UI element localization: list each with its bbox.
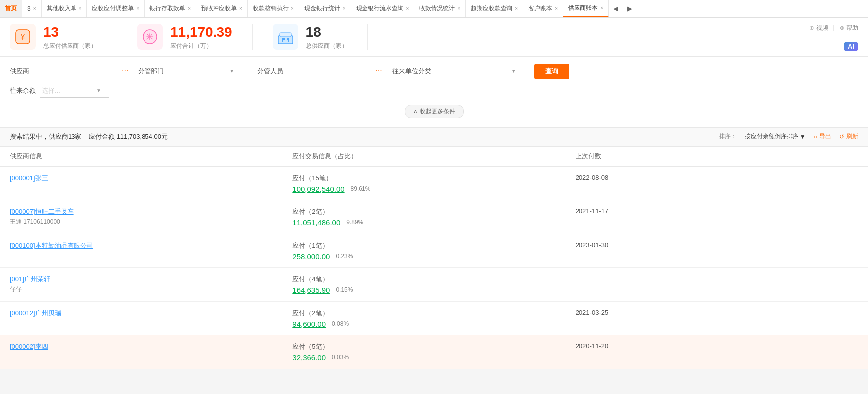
nav-tab-overdue-close[interactable]: × [515,6,518,11]
filter-group-balance: 往来余额 选择... ▼ [10,84,109,98]
trans-percent-3: 0.15% [336,286,353,293]
supplier-input[interactable] [33,66,121,77]
collapse-label: 收起更多条件 [420,107,455,116]
nav-tab-cashstat-close[interactable]: × [343,6,346,11]
trans-label-1: 应付（2笔） [292,207,575,216]
stat-all-suppliers: 18 总供应商（家） [273,24,368,50]
balance-chevron-icon: ▼ [96,88,107,93]
nav-tab-cashflow-close[interactable]: × [406,6,409,11]
nav-tab-verify-close[interactable]: × [291,6,294,11]
trans-amount-1[interactable]: 11,051,486.00 [292,218,340,227]
table-row: [000007]恒旺二手叉车 王通 17106110000 应付（2笔） 11,… [0,200,868,234]
results-summary: 搜索结果中，供应商13家 应付金额 111,703,854.00元 [10,132,168,141]
last-pay-4: 2021-03-25 [576,309,858,316]
supplier-sub-1: 王通 17106110000 [10,218,292,226]
stat-icon-total: 米 [137,24,163,50]
nav-tab-3-label: 3 [27,5,31,12]
results-actions: 排序： 按应付余额倒序排序 ▼ ○ 导出 ↺ 刷新 [719,132,858,141]
supplier-info-0: [000001]张三 [10,174,292,184]
nav-tab-custbook[interactable]: 客户账本 × [523,0,563,17]
collapse-button[interactable]: ∧ 收起更多条件 [405,105,464,118]
trans-info-1: 应付（2笔） 11,051,486.00 9.89% [292,207,575,227]
stats-help-area: ⊙ 视频 | ⊙ 帮助 [809,24,858,32]
last-pay-1: 2021-11-17 [576,207,858,215]
category-select[interactable]: ▼ [435,66,524,76]
ai-badge[interactable]: Ai [844,42,858,51]
nav-tab-home[interactable]: 首页 [0,0,22,17]
stat-number-total: 11,170.39 [170,24,232,41]
dept-filter-label: 分管部门 [138,67,164,76]
results-bar: 搜索结果中，供应商13家 应付金额 111,703,854.00元 排序： 按应… [0,128,868,147]
supplier-link-0[interactable]: [000001]张三 [10,174,292,183]
supplier-link-2[interactable]: [000100]本特勤油品有限公司 [10,241,292,250]
sort-value-btn[interactable]: 按应付余额倒序排序 ▼ [745,132,806,141]
filter-bar: 供应商 ··· 分管部门 ▼ 分管人员 ··· 往来单位分类 ▼ [0,57,868,128]
nav-tab-income[interactable]: 其他收入单 × [42,0,87,17]
nav-tab-adjust[interactable]: 应收应付调整单 × [87,0,145,17]
trans-amount-3[interactable]: 164,635.90 [292,286,330,294]
person-dots-btn[interactable]: ··· [375,66,382,75]
nav-tab-bank[interactable]: 银行存取款单 × [145,0,196,17]
trans-info-2: 应付（1笔） 258,000.00 0.23% [292,241,575,261]
table-header: 供应商信息 应付交易信息（占比） 上次付数 [0,147,868,167]
search-button[interactable]: 查询 [534,64,569,79]
nav-tab-adjust-close[interactable]: × [136,6,139,11]
nav-tab-bank-label: 银行存取款单 [149,4,185,13]
nav-tab-recvstat-close[interactable]: × [457,6,460,11]
supplier-link-4[interactable]: [000012]广州贝瑞 [10,309,292,318]
nav-tab-custbook-close[interactable]: × [555,6,558,11]
nav-tab-cashflow[interactable]: 现金银行流水查询 × [351,0,415,17]
table-row: [000001]张三 应付（15笔） 100,092,540.00 89.61%… [0,167,868,200]
refresh-button[interactable]: ↺ 刷新 [839,132,858,141]
trans-amount-0[interactable]: 100,092,540.00 [292,185,344,193]
svg-rect-8 [283,40,288,42]
nav-tab-prepay[interactable]: 预收冲应收单 × [196,0,248,17]
supplier-dots-btn[interactable]: ··· [122,66,128,75]
top-navigation: 首页 3 × 其他收入单 × 应收应付调整单 × 银行存取款单 × 预收冲应收单… [0,0,868,18]
nav-tab-supplierbook[interactable]: 供应商账本 × [563,0,609,17]
col-header-trans: 应付交易信息（占比） [292,152,575,161]
nav-arrow-left[interactable]: ◀ [609,0,623,17]
nav-tab-supplierbook-close[interactable]: × [600,5,603,11]
table-row: [000002]李四 应付（5笔） 32,366.00 0.03% 2020-1… [0,335,868,369]
export-button[interactable]: ○ 导出 [814,132,831,141]
person-input[interactable] [287,66,374,77]
help-icon: ⊙ [840,24,845,31]
trans-percent-0: 89.61% [351,185,371,192]
trans-amount-5[interactable]: 32,366.00 [292,353,326,362]
person-input-wrap: ··· [287,66,382,77]
supplier-link-1[interactable]: [000007]恒旺二手叉车 [10,207,292,216]
filter-group-category: 往来单位分类 ▼ [392,66,524,76]
nav-tab-prepay-close[interactable]: × [239,6,242,11]
nav-tab-verify[interactable]: 收款核销执行 × [248,0,299,17]
dept-select[interactable]: ▼ [168,66,247,76]
filter-group-person: 分管人员 ··· [257,66,382,77]
trans-amount-4[interactable]: 94,600.00 [292,320,326,328]
balance-select[interactable]: 选择... ▼ [40,84,109,98]
supplier-link-3[interactable]: [001]广州荣轩 [10,275,292,284]
last-pay-5: 2020-11-20 [576,342,858,350]
video-help-btn[interactable]: ⊙ 视频 [809,24,828,32]
filter-group-supplier: 供应商 ··· [10,66,128,77]
nav-arrow-right[interactable]: ▶ [623,0,637,17]
supplier-link-5[interactable]: [000002]李四 [10,342,292,351]
nav-tab-overdue[interactable]: 超期应收款查询 × [466,0,523,17]
table-row: [001]广州荣轩 仔仔 应付（4笔） 164,635.90 0.15% [0,268,868,302]
nav-tab-3[interactable]: 3 × [22,0,42,17]
supplier-info-5: [000002]李四 [10,342,292,353]
trans-amount-2[interactable]: 258,000.00 [292,252,330,261]
svg-text:米: 米 [146,33,153,41]
collapse-up-icon: ∧ [413,108,418,115]
trans-info-0: 应付（15笔） 100,092,540.00 89.61% [292,174,575,193]
collapse-area: ∧ 收起更多条件 [10,103,858,120]
nav-tab-3-close[interactable]: × [33,6,36,11]
help-btn[interactable]: ⊙ 帮助 [840,24,858,32]
nav-tab-cashstat[interactable]: 现金银行统计 × [299,0,351,17]
nav-tab-income-close[interactable]: × [79,6,82,11]
nav-tab-bank-close[interactable]: × [188,6,191,11]
table-row: [000012]广州贝瑞 应付（2笔） 94,600.00 0.08% 2021… [0,302,868,335]
trans-info-4: 应付（2笔） 94,600.00 0.08% [292,309,575,328]
stat-text-suppliers: 18 总供应商（家） [306,24,348,50]
nav-tab-recvstat[interactable]: 收款情况统计 × [414,0,466,17]
col-header-supplier: 供应商信息 [10,152,292,161]
